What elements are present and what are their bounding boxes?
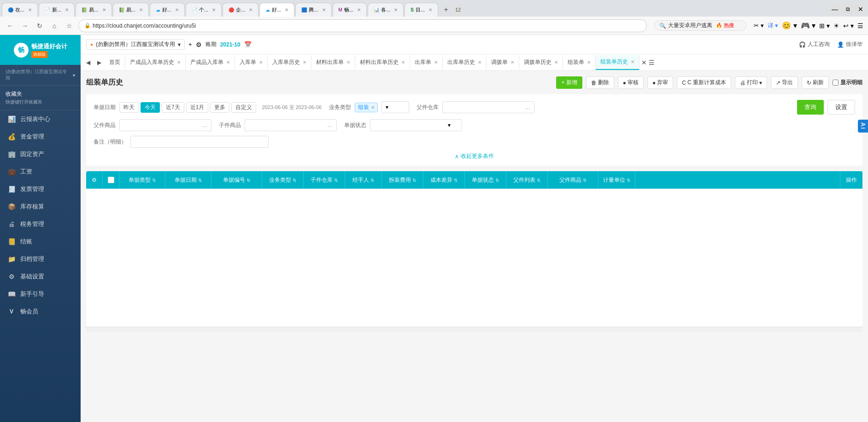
page-tab-5[interactable]: 材料出库单 ✕ <box>311 55 355 70</box>
company-selector[interactable]: ● (勿删勿禁用）江西服宝测试专用 ▾ <box>86 39 185 50</box>
print-btn[interactable]: 🖨 打印 ▾ <box>735 76 767 89</box>
recalculate-btn[interactable]: C C 重新计算成本 <box>677 76 731 89</box>
browser-tab-11[interactable]: S 目... ✕ <box>405 3 438 17</box>
table-checkbox-col[interactable] <box>103 171 119 189</box>
tab-close-8[interactable]: ✕ <box>322 7 326 12</box>
browser-tab-6[interactable]: 🔴 企... ✕ <box>223 3 258 17</box>
export-btn[interactable]: ↗ 导出 <box>771 76 798 89</box>
browser-tab-1[interactable]: 📄 新... ✕ <box>39 3 75 17</box>
ai-btn[interactable]: Ai <box>858 120 868 133</box>
order-status-select[interactable]: ▾ <box>370 119 462 131</box>
tab-close-1[interactable]: ✕ <box>65 7 69 12</box>
browser-tab-8[interactable]: 🟦 腾... ✕ <box>295 3 331 17</box>
tab-more-btn[interactable]: ☰ <box>649 59 655 66</box>
browser-tab-2[interactable]: 📗 易... ✕ <box>76 3 111 17</box>
reload-btn[interactable]: ↻ <box>34 20 45 31</box>
page-tab-close-10[interactable]: ✕ <box>554 60 558 65</box>
show-detail-label[interactable]: 显示明细 <box>833 79 862 87</box>
sidebar-item-close[interactable]: 📒 结账 <box>0 233 81 250</box>
scissors-tool[interactable]: ✂ ▾ <box>754 22 764 29</box>
browser-tab-4[interactable]: ☁ 好... ✕ <box>150 3 185 17</box>
date-btn-today[interactable]: 今天 <box>141 102 160 113</box>
abandon-btn[interactable]: ● 弃审 <box>647 76 673 89</box>
date-btn-7days[interactable]: 近7天 <box>162 102 184 113</box>
browser-tab-7[interactable]: ☁ 好... ✕ <box>259 3 294 17</box>
browser-tab-0[interactable]: 🔵 在... ✕ <box>2 3 38 17</box>
select-all-checkbox[interactable] <box>108 177 114 183</box>
query-btn[interactable]: 查询 <box>797 100 824 115</box>
col-parent-list[interactable]: 父件列表 ⇅ <box>506 171 548 189</box>
page-tab-close-1[interactable]: ✕ <box>177 60 181 65</box>
show-detail-checkbox[interactable] <box>833 80 839 86</box>
add-company-btn[interactable]: + <box>188 41 192 48</box>
brightness-tool[interactable]: ☀ <box>833 22 839 29</box>
parent-warehouse-input[interactable]: … <box>442 101 534 113</box>
business-type-tag-close[interactable]: ✕ <box>371 105 375 110</box>
page-tab-close-8[interactable]: ✕ <box>478 60 481 65</box>
col-date[interactable]: 单据日期 ⇅ <box>165 171 211 189</box>
tab-scroll-right[interactable]: ▶ <box>94 57 105 68</box>
sidebar-item-inventory[interactable]: 📦 库存核算 <box>0 198 81 215</box>
table-gear-col[interactable]: ⚙ <box>86 171 103 189</box>
col-cost-diff[interactable]: 成本差异 ⇅ <box>423 171 465 189</box>
address-bar[interactable]: 🔒 https://cloud.chanjet.com/accounting/u… <box>78 19 647 32</box>
refresh-btn[interactable]: ↻ 刷新 <box>802 76 829 89</box>
tab-scroll-left[interactable]: ◀ <box>82 57 94 68</box>
user-btn[interactable]: 👤 徐泽华 <box>837 40 862 48</box>
undo-tool[interactable]: ↩ ▾ <box>843 22 854 29</box>
sidebar-item-archive[interactable]: 📁 归档管理 <box>0 250 81 268</box>
tab-close-4[interactable]: ✕ <box>175 7 179 12</box>
browser-tab-10[interactable]: 📊 各... ✕ <box>368 3 404 17</box>
sidebar-item-invoice[interactable]: 🧾 发票管理 <box>0 180 81 198</box>
remarks-input[interactable] <box>130 136 269 148</box>
game-tool[interactable]: 🎮 ▾ <box>801 21 815 30</box>
back-btn[interactable]: ← <box>5 20 16 31</box>
page-tab-close-4[interactable]: ✕ <box>303 60 306 65</box>
restore-btn[interactable]: ⧉ <box>842 4 853 15</box>
tab-close-2[interactable]: ✕ <box>102 7 106 12</box>
grid-tool[interactable]: ⊞ ▾ <box>819 22 830 29</box>
page-tab-8[interactable]: 出库单历史 ✕ <box>443 55 487 70</box>
col-parent-goods[interactable]: 父件商品 ⇅ <box>548 171 598 189</box>
close-all-tabs-btn[interactable]: ✕ <box>641 59 647 66</box>
tab-close-9[interactable]: ✕ <box>357 7 361 12</box>
child-goods-more[interactable]: … <box>327 122 333 128</box>
sidebar-item-finance[interactable]: 💰 资金管理 <box>0 128 81 145</box>
page-tab-close-3[interactable]: ✕ <box>259 60 263 65</box>
collapse-btn[interactable]: ∧ 收起更多条件 <box>94 152 855 160</box>
col-disassembly[interactable]: 拆装费用 ⇅ <box>382 171 423 189</box>
new-btn[interactable]: + 新增 <box>556 76 582 89</box>
set-btn[interactable]: 设置 <box>827 100 855 115</box>
forward-btn[interactable]: → <box>19 20 30 31</box>
business-type-select[interactable]: ▾ <box>381 101 409 113</box>
page-tab-10[interactable]: 调拨单历史 ✕ <box>519 55 563 70</box>
date-btn-yesterday[interactable]: 昨天 <box>119 102 139 113</box>
sidebar-item-reports[interactable]: 📊 云报表中心 <box>0 110 81 128</box>
new-tab-btn[interactable]: + <box>441 5 451 15</box>
page-tab-1[interactable]: 产成品入库单历史 ✕ <box>125 55 186 70</box>
browser-tab-9[interactable]: M 畅... ✕ <box>333 3 367 17</box>
col-order-status[interactable]: 单据状态 ⇅ <box>465 171 506 189</box>
tab-close-7[interactable]: ✕ <box>285 7 288 12</box>
scrollbar-area[interactable] <box>86 327 862 332</box>
settings-gear-btn[interactable]: ⚙ <box>196 41 202 48</box>
tab-close-11[interactable]: ✕ <box>428 7 432 12</box>
browser-tab-3[interactable]: 📗 易... ✕ <box>113 3 149 17</box>
parent-goods-more[interactable]: … <box>202 122 207 128</box>
sidebar-company[interactable]: (勿删勿禁用）江西服宝测试专用 ▾ <box>0 65 81 86</box>
page-tab-11[interactable]: 组装单 ✕ <box>563 55 596 70</box>
favorites-label[interactable]: 收藏夹 <box>6 90 75 98</box>
page-tab-4[interactable]: 入库单历史 ✕ <box>268 55 311 70</box>
tab-close-0[interactable]: ✕ <box>28 7 32 12</box>
page-tab-6[interactable]: 材料出库单历史 ✕ <box>355 55 410 70</box>
tab-close-6[interactable]: ✕ <box>249 7 252 12</box>
child-goods-input[interactable]: … <box>245 119 337 131</box>
parent-warehouse-more[interactable]: … <box>525 104 530 110</box>
col-type[interactable]: 单据类型 ⇅ <box>119 171 165 189</box>
review-btn[interactable]: ● 审核 <box>618 76 644 89</box>
favorites-sub[interactable]: 快捷键打开收藏夹 <box>6 99 75 105</box>
page-tab-home[interactable]: 首页 <box>105 55 125 70</box>
sidebar-item-settings[interactable]: ⚙ 基础设置 <box>0 268 81 285</box>
sidebar-item-tax[interactable]: 🖨 税务管理 <box>0 215 81 233</box>
page-tab-close-2[interactable]: ✕ <box>226 60 230 65</box>
